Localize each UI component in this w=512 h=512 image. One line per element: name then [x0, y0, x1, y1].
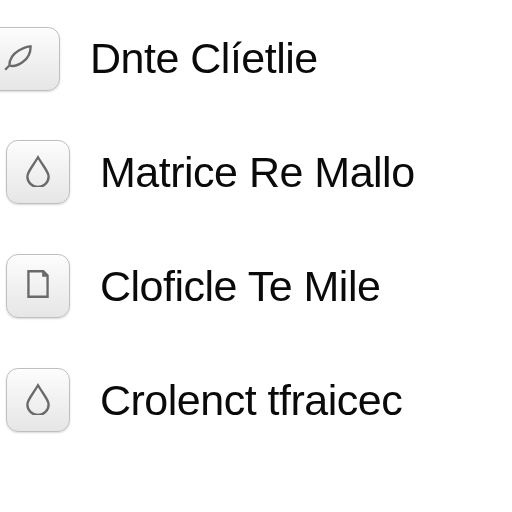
leaf-icon	[3, 40, 37, 78]
drop-icon	[21, 153, 55, 191]
item-button-2[interactable]	[6, 140, 70, 204]
list-item[interactable]: Crolenct tfraicec	[0, 360, 512, 440]
list-item[interactable]: Matrice Re Mallo	[0, 132, 512, 212]
item-label: Cloficle Te Mile	[100, 262, 380, 311]
item-button-4[interactable]	[6, 368, 70, 432]
note-icon	[21, 267, 55, 305]
item-label: Crolenct tfraicec	[100, 376, 402, 425]
item-label: Matrice Re Mallo	[100, 148, 415, 197]
list-item[interactable]: Cloficle Te Mile	[0, 246, 512, 326]
item-label: Dnte Clíetlie	[90, 34, 318, 83]
item-button-3[interactable]	[6, 254, 70, 318]
drop-outline-icon	[21, 381, 55, 419]
list-item[interactable]: Dnte Clíetlie	[0, 18, 512, 98]
item-button-1[interactable]	[0, 27, 60, 91]
